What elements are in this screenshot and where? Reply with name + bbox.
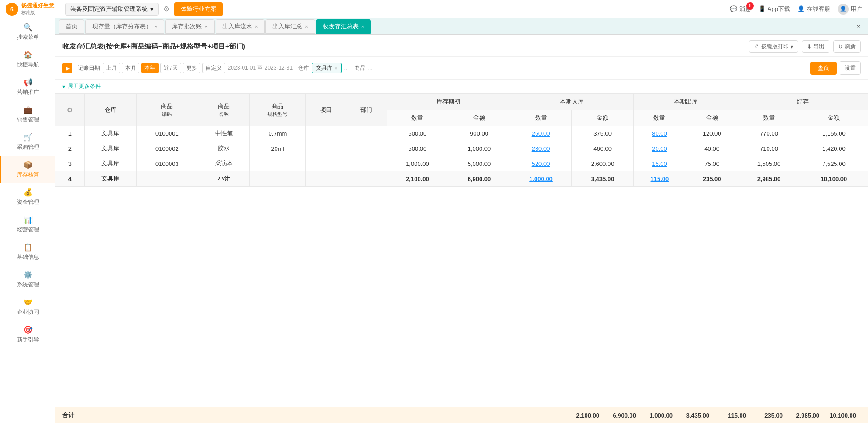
sidebar-item-search[interactable]: 🔍 搜索菜单 [0,18,55,46]
row1-out-amt: 120.00 [686,126,738,141]
tab-inout-summary-close[interactable]: × [305,24,308,29]
row2-out-amt: 40.00 [686,141,738,156]
row2-in-qty[interactable]: 230.00 [510,141,572,156]
tab-inout-summary[interactable]: 出入库汇总 × [265,19,315,34]
total-balance-amt: 10,100.00 [824,412,861,419]
finance-icon: 💰 [23,188,33,197]
print-dropdown-icon: ▾ [791,44,793,50]
sidebar-item-newbie[interactable]: 🎯 新手引导 [0,321,55,348]
tab-receive-summary-label: 收发存汇总表 [323,22,359,31]
col-out: 本期出库 [633,94,738,110]
sidebar-item-quick-nav[interactable]: 🏠 快捷导航 [0,46,55,73]
inventory-icon: 📦 [23,160,33,169]
total-balance-qty: 2,985.00 [787,412,824,419]
row3-balance-qty: 1,505.00 [738,156,800,171]
sidebar-item-operation[interactable]: 📊 经营管理 [0,211,55,238]
col-out-qty: 数量 [633,110,686,126]
row2-out-qty[interactable]: 20.00 [633,141,686,156]
app-subtitle: 标准版 [21,10,54,16]
col-project: 项目 [306,94,346,126]
row4-out-qty[interactable]: 115.00 [633,171,686,187]
tab-inout-flow[interactable]: 出入库流水 × [216,19,265,34]
row3-out-qty-link[interactable]: 15.00 [652,160,667,167]
tab-inout-flow-close[interactable]: × [255,24,258,29]
settings-button[interactable]: 设置 [840,61,861,75]
row4-in-qty[interactable]: 1,000.00 [510,171,572,187]
goods-more[interactable]: ... [368,65,373,71]
date-btn-this-month[interactable]: 本月 [122,63,139,73]
total-opening-qty: 2,100.00 [567,412,604,419]
sidebar-item-purchase[interactable]: 🛒 采购管理 [0,128,55,156]
system-selector[interactable]: 装备及固定资产辅助管理系统 ▾ [65,3,159,16]
total-out-qty: 115.00 [714,412,751,419]
row2-spec: 20ml [249,141,305,156]
sidebar-item-sales[interactable]: 💼 销售管理 [0,101,55,128]
tab-batch-ledger-close[interactable]: × [205,24,207,29]
row3-code: 0100003 [136,156,198,171]
expand-icon: ▾ [62,83,65,90]
row2-in-qty-link[interactable]: 230.00 [532,145,550,152]
table-row: 2 文具库 0100002 胶水 20ml 500.00 1,000.00 23… [55,141,868,156]
tab-inventory-dist[interactable]: 现存量（库存分布表） × [85,19,164,34]
row1-in-qty-link[interactable]: 250.00 [532,130,550,137]
warehouse-more[interactable]: ... [344,65,349,71]
total-label: 合计 [62,411,74,419]
sidebar-item-finance[interactable]: 💰 资金管理 [0,183,55,211]
date-btn-this-year[interactable]: 本年 [141,63,159,73]
row4-out-qty-link[interactable]: 115.00 [651,176,669,182]
marketing-icon: 📢 [23,78,33,87]
sidebar-item-inventory[interactable]: 📦 库存核算 [0,156,55,183]
table-gear-icon[interactable]: ⚙ [67,106,73,114]
print-icon: 🖨 [754,44,759,50]
sidebar-label-search: 搜索菜单 [17,33,39,41]
gear-icon[interactable]: ⚙ [163,5,170,13]
row2-balance-qty: 710.00 [738,141,800,156]
app-download-item[interactable]: 📱 App下载 [758,5,790,13]
row3-name: 采访本 [198,156,250,171]
export-button[interactable]: ⬇ 导出 [802,40,829,53]
user-item[interactable]: 👤 用户 [838,4,862,15]
sidebar-label-cooperation: 企业协同 [17,308,39,316]
tab-bar-close[interactable]: × [853,22,864,31]
tab-inventory-dist-close[interactable]: × [155,24,157,29]
try-button[interactable]: 体验行业方案 [174,2,223,16]
refresh-button[interactable]: ↻ 刷新 [833,40,861,53]
expand-bar[interactable]: ▾ 展开更多条件 [55,80,868,93]
row2-out-qty-link[interactable]: 20.00 [652,145,667,152]
row2-name: 胶水 [198,141,250,156]
logo-area: 6 畅捷通好生意 标准版 [6,2,61,16]
online-service-item[interactable]: 👤 在线客服 [797,5,830,13]
row3-in-qty[interactable]: 520.00 [510,156,572,171]
col-gear: ⚙ [55,94,85,126]
date-btn-more[interactable]: 更多 [183,63,200,73]
row1-in-qty[interactable]: 250.00 [510,126,572,141]
message-item[interactable]: 💬 消息 6 [730,5,751,13]
date-btn-custom[interactable]: 自定义 [202,63,225,73]
tab-batch-ledger-label: 库存批次账 [172,22,202,31]
row3-out-qty[interactable]: 15.00 [633,156,686,171]
row3-in-qty-link[interactable]: 520.00 [532,160,550,167]
date-btn-last-month[interactable]: 上月 [103,63,120,73]
filter-toggle[interactable]: ▶ [62,63,72,73]
sidebar-item-system[interactable]: ⚙️ 系统管理 [0,266,55,293]
row4-in-qty-link[interactable]: 1,000.00 [529,176,553,182]
print-button[interactable]: 🖨 拨镜版打印 ▾ [749,40,798,53]
row1-department [346,126,387,141]
tab-inout-summary-label: 出入库汇总 [272,22,302,31]
tab-receive-summary[interactable]: 收发存汇总表 × [316,19,371,34]
tab-home[interactable]: 首页 [59,19,84,34]
query-button[interactable]: 查询 [810,62,837,75]
row1-out-qty[interactable]: 80.00 [633,126,686,141]
row1-balance-amt: 1,155.00 [800,126,868,141]
tab-batch-ledger[interactable]: 库存批次账 × [165,19,214,34]
date-btn-7days[interactable]: 近7天 [160,63,181,73]
warehouse-tag-close[interactable]: × [334,66,337,71]
date-range: 2023-01-01 至 2023-12-31 [228,64,293,72]
sidebar-item-cooperation[interactable]: 🤝 企业协同 [0,293,55,321]
sidebar-item-marketing[interactable]: 📢 营销推广 [0,73,55,101]
row1-out-qty-link[interactable]: 80.00 [652,130,667,137]
tab-receive-summary-close[interactable]: × [361,24,364,29]
sidebar-item-basic[interactable]: 📋 基础信息 [0,238,55,266]
online-service-label: 在线客服 [807,5,830,13]
user-label: 用户 [851,5,862,13]
